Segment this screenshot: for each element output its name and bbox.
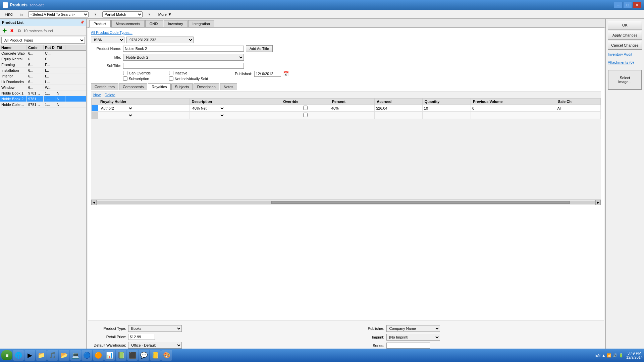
taskbar-icon-app6[interactable]: 🎨	[161, 350, 172, 361]
maximize-button[interactable]: □	[623, 2, 632, 8]
subscription-checkbox[interactable]	[123, 76, 127, 81]
can-override-checkbox[interactable]	[123, 71, 127, 75]
taskbar-icon-app4[interactable]: ⬛	[127, 350, 138, 361]
col-code[interactable]: Code	[27, 45, 44, 50]
tab-measurements[interactable]: Measurements	[111, 20, 145, 27]
empty-holder-select[interactable]	[100, 113, 133, 118]
time-display[interactable]: 3:49 PM 12/9/2014	[626, 351, 643, 359]
col-name[interactable]: Name	[0, 45, 27, 50]
taskbar-icon-app5[interactable]: 📒	[150, 350, 161, 361]
inner-tab-royalties[interactable]: Royalties	[148, 83, 170, 90]
isbn-value-select[interactable]: 9781231231232	[126, 37, 194, 43]
th-override[interactable]: Override	[281, 99, 330, 105]
taskbar-icon-excel[interactable]: 📗	[116, 350, 126, 361]
col-put[interactable]: Put Dat	[44, 45, 55, 50]
table-row[interactable]: Noble Collection 1 9781231231233 1... N.…	[0, 102, 86, 108]
inventory-audit-link[interactable]: Inventory Audit	[608, 52, 642, 56]
taskbar-icon-skype[interactable]: 💬	[139, 350, 149, 361]
inner-tab-subjects[interactable]: Subjects	[171, 83, 193, 90]
delete-product-btn[interactable]: ✖	[9, 28, 15, 34]
series-input[interactable]	[386, 343, 430, 349]
description-select[interactable]: 40% Net	[191, 106, 225, 111]
table-row[interactable]: Interior 6... I...	[0, 73, 86, 79]
subtitle-input[interactable]	[123, 63, 244, 69]
product-type-select[interactable]: Books	[128, 325, 182, 332]
pin-icon[interactable]: 📌	[80, 20, 84, 24]
taskbar-icon-app3[interactable]: 📊	[104, 350, 115, 361]
imprint-select[interactable]: [No Imprint]	[386, 334, 440, 341]
add-as-title-button[interactable]: Add As Title	[246, 45, 273, 52]
h-scrollbar[interactable]: ◀ ▶	[91, 199, 601, 205]
retail-price-input[interactable]	[128, 334, 155, 340]
tab-inventory[interactable]: Inventory	[164, 20, 187, 27]
th-sale-ch[interactable]: Sale Ch	[556, 99, 600, 105]
table-row[interactable]: Equip Rental 6... E...	[0, 56, 86, 62]
table-row[interactable]: Noble Book 1 9781231231231 1... N...	[0, 90, 86, 96]
th-royalty-holder[interactable]: Royalty Holder	[98, 99, 190, 105]
tab-integration[interactable]: Integration	[188, 20, 214, 27]
override-checkbox[interactable]	[303, 106, 308, 110]
col-titl[interactable]: Titl	[55, 45, 65, 50]
taskbar-icon-app2[interactable]: 🟠	[93, 350, 104, 361]
taskbar-icon-folder[interactable]: 📂	[59, 350, 69, 361]
inactive-checkbox[interactable]	[169, 71, 173, 75]
taskbar-icon-audio[interactable]: 🎵	[47, 350, 58, 361]
inner-tab-notes[interactable]: Notes	[220, 83, 237, 90]
volume-icon[interactable]: 🔊	[613, 353, 618, 358]
table-row[interactable]: Framing 6... F...	[0, 62, 86, 68]
start-button[interactable]: ⊞	[1, 350, 12, 360]
inner-tab-components[interactable]: Components	[119, 83, 147, 90]
taskbar-icon-filezilla[interactable]: 📁	[36, 350, 47, 361]
lang-indicator[interactable]: EN	[595, 353, 600, 357]
table-row[interactable]: Noble Book 2 9781231231232 1... N...	[0, 96, 86, 102]
more-menu[interactable]: More ▼	[156, 11, 174, 17]
taskbar-icon-app1[interactable]: 🔵	[82, 350, 92, 361]
inner-tab-contributors[interactable]: Contributors	[91, 83, 118, 90]
scroll-track[interactable]	[97, 201, 595, 204]
title-dropdown[interactable]: Noble Book 2	[123, 54, 244, 61]
delete-royalty-link[interactable]: Delete	[105, 93, 115, 97]
taskbar-icon-media[interactable]: ▶	[24, 350, 35, 361]
menu-find[interactable]: Find	[3, 11, 14, 17]
not-individually-sold-checkbox-item[interactable]: Not Individually Sold	[169, 76, 208, 81]
th-previous-volume[interactable]: Previous Volume	[471, 99, 556, 105]
empty-override-cell[interactable]	[281, 112, 330, 119]
calendar-icon[interactable]: 📅	[283, 71, 289, 76]
ok-button[interactable]: OK	[608, 21, 642, 29]
subscription-checkbox-item[interactable]: Subscription	[123, 76, 162, 81]
royalty-holder-select[interactable]: Author2	[100, 106, 133, 111]
match-type-select[interactable]: Partial Match	[102, 11, 143, 17]
scroll-left-btn[interactable]: ◀	[91, 200, 97, 205]
th-description[interactable]: Description	[190, 99, 281, 105]
inactive-checkbox-item[interactable]: Inactive	[169, 71, 208, 75]
table-row[interactable]: Concrete Slab 6... C...	[0, 51, 86, 56]
table-row[interactable]: Lk Doorknobs 6... L...	[0, 79, 86, 85]
not-individually-sold-checkbox[interactable]	[169, 76, 173, 81]
minimize-button[interactable]: ─	[614, 2, 623, 8]
apply-changes-button[interactable]: Apply Changes	[608, 31, 642, 40]
inner-tab-description[interactable]: Description	[194, 83, 219, 90]
select-image-button[interactable]: SelectImage...	[608, 70, 642, 90]
can-override-checkbox-item[interactable]: Can Override	[123, 71, 162, 75]
up-arrow-icon[interactable]: ▲	[602, 353, 605, 357]
override-cell[interactable]	[281, 105, 330, 112]
taskbar-icon-chrome[interactable]: 🌐	[13, 350, 24, 361]
close-button[interactable]: ✕	[633, 2, 641, 8]
add-product-btn[interactable]: ✚	[1, 28, 7, 34]
published-input[interactable]	[254, 71, 281, 77]
isbn-type-select[interactable]: ISBN	[91, 37, 124, 43]
attachments-link[interactable]: Attachments (0)	[608, 60, 642, 64]
product-type-filter[interactable]: All Product Types	[1, 37, 85, 44]
empty-desc-select[interactable]	[191, 113, 225, 118]
th-quantity[interactable]: Quantity	[422, 99, 471, 105]
th-percent[interactable]: Percent	[330, 99, 374, 105]
scroll-thumb[interactable]	[271, 201, 570, 204]
tab-product[interactable]: Product	[89, 20, 111, 27]
tab-onix[interactable]: ONIX	[145, 20, 163, 27]
copy-product-btn[interactable]: ⧉	[16, 28, 22, 34]
product-name-input[interactable]	[123, 46, 244, 52]
default-warehouse-select[interactable]: Office - Default	[128, 342, 182, 349]
all-product-code-types-link[interactable]: All Product Code Types...	[91, 31, 601, 35]
th-accrued[interactable]: Accrued	[375, 99, 423, 105]
cancel-changes-button[interactable]: Cancel Changes	[608, 41, 642, 50]
